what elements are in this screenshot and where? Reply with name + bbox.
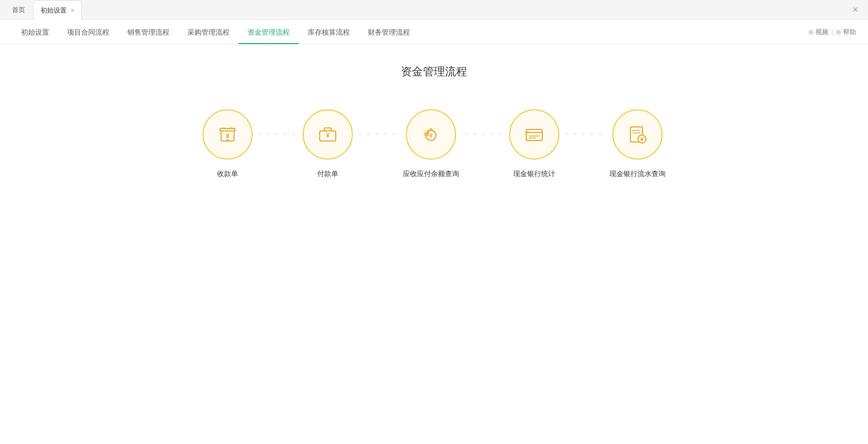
nav-item-project-contract[interactable]: 项目合同流程 [58,20,118,44]
receipt-icon: ¥ [215,122,240,147]
nav-item-procurement[interactable]: 采购管理流程 [178,20,239,44]
flow-label-flow-query: 现金银行流水查询 [609,170,666,179]
flow-item-payment[interactable]: ¥ 付款单 [303,109,353,179]
flow-label-receipt: 收款单 [217,170,238,179]
svg-rect-10 [427,130,429,136]
nav-item-capital[interactable]: 资金管理流程 [239,20,299,44]
flow-label-balance-query: 应收应付余额查询 [403,170,459,179]
flow-circle-flowquery: ¥ [612,109,663,160]
flow-item-cash-bank[interactable]: 现金银行统计 [509,109,559,179]
flow-item-flow-query[interactable]: ¥ 现金银行流水查询 [609,109,666,179]
help-link[interactable]: ⊙ 帮助 [836,28,856,37]
connector-3: - - - - - [459,129,509,137]
home-tab[interactable]: 首页 [6,0,31,20]
svg-text:¥: ¥ [429,132,433,138]
active-tab[interactable]: 初始设置 × [33,1,82,21]
active-tab-label: 初始设置 [41,6,67,15]
svg-rect-11 [526,129,542,140]
payment-icon: ¥ [315,122,340,147]
nav-item-finance[interactable]: 财务管理流程 [359,20,419,44]
close-tab-button[interactable]: × [71,7,74,14]
cashbank-icon [522,122,547,147]
flow-circle-balance: ¥ [406,109,456,160]
flow-circle-receipt: ¥ [202,109,253,160]
connector-4: - - - - - [559,129,609,137]
flowquery-icon: ¥ [625,122,650,147]
main-content: 资金管理流程 ¥ 收款单 - - - - - [0,44,868,199]
nav-item-sales[interactable]: 销售管理流程 [118,20,178,44]
nav-item-initial-setup[interactable]: 初始设置 [12,20,58,44]
svg-text:¥: ¥ [226,132,230,139]
svg-rect-9 [424,132,426,136]
flow-circle-payment: ¥ [303,109,353,160]
connector-1: - - - - - [253,129,303,137]
svg-rect-1 [220,128,235,131]
flow-container: ¥ 收款单 - - - - - ¥ 付款单 [202,109,666,179]
flow-item-balance-query[interactable]: ¥ 应收应付余额查询 [403,109,459,179]
flow-circle-cashbank [509,109,559,160]
top-bar-right: × [848,5,862,15]
connector-2: - - - - - [353,129,403,137]
dots-2: - - - - - [359,129,397,137]
svg-text:¥: ¥ [326,132,330,139]
dots-1: - - - - - [259,129,297,137]
nav-divider: | [831,28,833,36]
dots-3: - - - - - [466,129,503,137]
flow-label-payment: 付款单 [317,170,338,179]
flow-label-cash-bank: 现金银行统计 [513,170,555,179]
flow-item-receipt[interactable]: ¥ 收款单 [202,109,253,179]
nav-bar: 初始设置 项目合同流程 销售管理流程 采购管理流程 资金管理流程 库存核算流程 … [0,20,868,44]
nav-right: ⊙ 视频 | ⊙ 帮助 [808,28,856,37]
balance-icon: ¥ [418,122,444,147]
close-window-button[interactable]: × [848,5,862,15]
dots-4: - - - - - [566,129,603,137]
nav-item-inventory[interactable]: 库存核算流程 [299,20,359,44]
top-bar: 首页 初始设置 × × [0,0,868,20]
page-title: 资金管理流程 [401,64,467,79]
video-link[interactable]: ⊙ 视频 [808,28,828,37]
